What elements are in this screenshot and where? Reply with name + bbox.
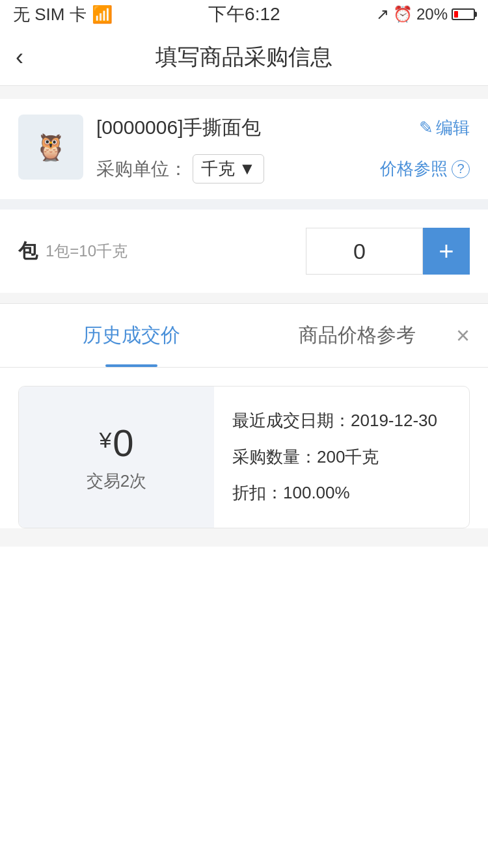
page-title: 填写商品采购信息 [156, 42, 332, 72]
product-name: [0000006]手撕面包 [96, 115, 261, 141]
unit-select[interactable]: 千克 ▼ [193, 154, 264, 183]
price-ref-button[interactable]: 价格参照 ? [380, 157, 470, 180]
product-thumbnail: 🦉 [18, 115, 83, 180]
transaction-details: 最近成交日期：2019-12-30 采购数量：200千克 折扣：100.00% [214, 387, 469, 528]
pkg-unit-label: 包 [18, 238, 38, 265]
transaction-discount-row: 折扣：100.00% [232, 480, 451, 507]
transaction-date-row: 最近成交日期：2019-12-30 [232, 407, 451, 435]
date-label: 最近成交日期： [232, 411, 351, 430]
network-label: 无 SIM 卡 [13, 3, 87, 26]
transaction-price-section: ¥ 0 交易2次 [19, 387, 214, 528]
tab-bar: 历史成交价 商品价格参考 × [0, 304, 488, 368]
product-header: [0000006]手撕面包 ✎ 编辑 [96, 115, 470, 141]
product-logo-icon: 🦉 [34, 132, 67, 163]
alarm-icon: ⏰ [393, 5, 413, 23]
product-unit-row: 采购单位： 千克 ▼ 价格参照 ? [96, 154, 470, 183]
date-value: 2019-12-30 [351, 411, 437, 430]
status-right: ↗ ⏰ 20% [376, 5, 475, 23]
discount-label: 折扣： [232, 483, 283, 502]
wifi-icon: 📶 [92, 5, 113, 25]
help-icon: ? [452, 160, 470, 178]
product-info: [0000006]手撕面包 ✎ 编辑 采购单位： 千克 ▼ 价格参照 ? [96, 115, 470, 183]
battery-icon [452, 8, 475, 20]
status-bar: 无 SIM 卡 📶 下午6:12 ↗ ⏰ 20% [0, 0, 488, 29]
location-icon: ↗ [376, 5, 389, 23]
transaction-card: ¥ 0 交易2次 最近成交日期：2019-12-30 采购数量：200千克 折扣… [18, 386, 470, 528]
discount-value: 100.00% [283, 483, 350, 502]
unit-label: 采购单位： [96, 157, 187, 182]
currency-symbol: ¥ [99, 427, 111, 453]
status-left: 无 SIM 卡 📶 [13, 3, 113, 26]
transaction-count: 交易2次 [87, 470, 146, 493]
qty-label: 包 1包=10千克 [18, 238, 128, 265]
qty-plus-button[interactable]: + [423, 228, 470, 275]
price-value: 0 [113, 421, 133, 465]
empty-space [0, 547, 488, 868]
qty-label-detail: 采购数量： [232, 447, 317, 467]
quantity-row: 包 1包=10千克 + [0, 210, 488, 293]
chevron-down-icon: ▼ [239, 159, 256, 179]
product-card: 🦉 [0000006]手撕面包 ✎ 编辑 采购单位： 千克 ▼ 价格参照 ? [0, 99, 488, 199]
section-divider [0, 199, 488, 210]
tab-product-price-ref[interactable]: 商品价格参考 [244, 304, 470, 367]
edit-button[interactable]: ✎ 编辑 [419, 116, 470, 139]
edit-label: 编辑 [436, 116, 470, 139]
quantity-input[interactable] [306, 228, 423, 275]
unit-value: 千克 [201, 157, 235, 180]
nav-bar: ‹ 填写商品采购信息 [0, 29, 488, 86]
tab-history-price[interactable]: 历史成交价 [18, 304, 244, 367]
transaction-price: ¥ 0 [99, 421, 133, 465]
price-ref-label: 价格参照 [380, 157, 448, 180]
tab-close-button[interactable]: × [456, 322, 470, 349]
pkg-sub-label: 1包=10千克 [46, 241, 128, 262]
bottom-panel: 历史成交价 商品价格参考 × ¥ 0 交易2次 最近成交日期：2019-12-3… [0, 303, 488, 528]
qty-value: 200千克 [317, 447, 379, 467]
edit-icon: ✎ [419, 118, 433, 138]
status-time: 下午6:12 [208, 2, 280, 27]
qty-input-wrap: + [306, 228, 470, 275]
battery-pct: 20% [416, 5, 448, 23]
back-button[interactable]: ‹ [16, 44, 23, 71]
transaction-qty-row: 采购数量：200千克 [232, 444, 451, 471]
